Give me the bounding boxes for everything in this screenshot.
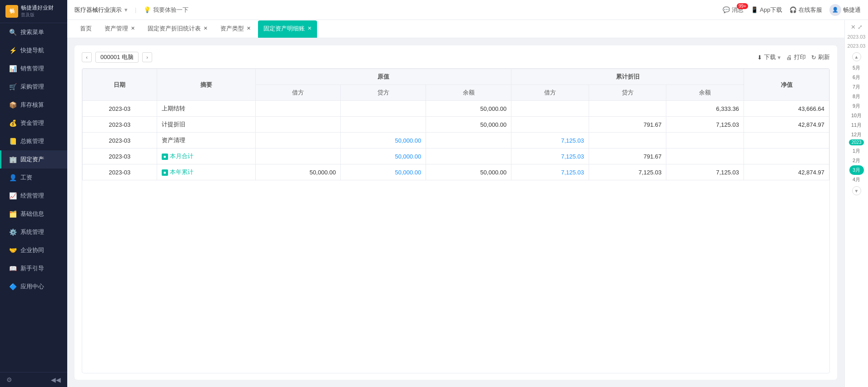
cell-dep-balance	[666, 133, 744, 149]
timeline-year-badge: 2023	[849, 139, 863, 145]
next-asset-btn[interactable]: ›	[142, 52, 152, 62]
print-btn[interactable]: 🖨 打印	[786, 53, 806, 61]
refresh-btn[interactable]: ↻ 刷新	[811, 53, 830, 61]
tab-home[interactable]: 首页	[74, 20, 97, 38]
cell-summary: 上期结转	[157, 101, 255, 117]
tab-asset-mgmt[interactable]: 资产管理 ✕	[99, 20, 140, 38]
cell-orig-credit: 50,000.00	[341, 164, 426, 180]
timeline-month-12月[interactable]: 12月	[845, 130, 868, 139]
enterprise-icon: 🤝	[9, 247, 17, 254]
tab-asset-type[interactable]: 资产类型 ✕	[215, 20, 256, 38]
sidebar-item-capital[interactable]: 💰 资金管理	[0, 114, 67, 132]
sidebar-item-operations[interactable]: 📈 经营管理	[0, 187, 67, 205]
cell-dep-balance: 6,333.36	[666, 101, 744, 117]
cell-orig-balance: 50,000.00	[426, 164, 511, 180]
sidebar-item-inventory[interactable]: 📦 库存核算	[0, 96, 67, 114]
tab-close-icon[interactable]: ✕	[247, 25, 251, 31]
print-label: 打印	[794, 53, 806, 61]
settings-icon[interactable]: ⚙	[6, 376, 12, 383]
sidebar-item-label: 库存核算	[20, 101, 44, 109]
sidebar-item-ledger[interactable]: 📒 总账管理	[0, 132, 67, 150]
cell-net-value	[744, 149, 829, 164]
timeline-expand-btn-bottom[interactable]: ▼	[852, 186, 861, 195]
cell-orig-credit	[341, 117, 426, 133]
refresh-icon: ↻	[811, 54, 816, 61]
download-btn[interactable]: ⬇ 下载 ▾	[757, 53, 781, 61]
sidebar-item-label: 搜索菜单	[20, 28, 44, 36]
sidebar-item-tutorial[interactable]: 📖 新手引导	[0, 259, 67, 278]
capital-icon: 💰	[9, 119, 17, 127]
timeline-month-1[interactable]: 1月	[845, 146, 868, 156]
company-selector[interactable]: 医疗器械行业演示 ▾	[74, 6, 128, 14]
sidebar-item-payroll[interactable]: 👤 工资	[0, 169, 67, 187]
cell-dep-balance	[666, 149, 744, 164]
app-download-btn[interactable]: 📱 App下载	[751, 6, 782, 14]
timeline-month-2[interactable]: 2月	[845, 156, 868, 165]
tab-label: 资产管理	[104, 25, 128, 33]
collapse-icon[interactable]: ◀◀	[51, 376, 61, 383]
sidebar-item-label: 资金管理	[20, 119, 44, 127]
sidebar-item-system[interactable]: ⚙️ 系统管理	[0, 223, 67, 241]
user-btn[interactable]: 👤 畅捷通	[829, 4, 861, 16]
sidebar-item-app-center[interactable]: 🔷 应用中心	[0, 278, 67, 296]
sidebar-item-sales[interactable]: 📊 销售管理	[0, 60, 67, 78]
timeline-month-9月[interactable]: 9月	[845, 101, 868, 111]
asset-detail-table: 日期 摘要 原值 累计折旧 净值 借方 贷方 余额 借方 贷方 余额	[82, 69, 829, 180]
tab-close-icon[interactable]: ✕	[203, 25, 208, 31]
sidebar-item-label: 企业协同	[20, 246, 44, 254]
sidebar-item-label: 总账管理	[20, 137, 44, 145]
tab-close-icon[interactable]: ✕	[131, 25, 135, 31]
table-wrapper: 日期 摘要 原值 累计折旧 净值 借方 贷方 余额 借方 贷方 余额	[82, 68, 830, 373]
timeline-month-5月[interactable]: 5月	[845, 63, 868, 73]
cell-net-value: 42,874.97	[744, 117, 829, 133]
customer-service-btn[interactable]: 🎧 在线客服	[789, 6, 822, 14]
logo-text: 畅捷通好业财	[21, 5, 54, 12]
tab-close-icon[interactable]: ✕	[308, 25, 312, 31]
company-name: 医疗器械行业演示	[74, 6, 122, 14]
cell-net-value: 43,666.64	[744, 101, 829, 117]
sidebar-item-enterprise[interactable]: 🤝 企业协同	[0, 241, 67, 259]
timeline-month-3[interactable]: 3月	[849, 165, 864, 175]
tab-depreciation-table[interactable]: 固定资产折旧统计表 ✕	[142, 20, 213, 38]
sidebar-item-label: 应用中心	[20, 283, 44, 291]
sidebar-item-label: 新手引导	[20, 264, 44, 273]
cell-net-value	[744, 133, 829, 149]
experience-btn[interactable]: 💡 我要体验一下	[144, 6, 188, 14]
logo-edition: 普及版	[21, 12, 54, 18]
col-accumulated-dep-header: 累计折旧	[511, 69, 744, 85]
sidebar-item-quick-nav[interactable]: ⚡ 快捷导航	[0, 41, 67, 60]
timeline-month-10月[interactable]: 10月	[845, 111, 868, 120]
payroll-icon: 👤	[9, 174, 17, 181]
company-dropdown-icon: ▾	[124, 6, 128, 13]
cell-orig-debit: 50,000.00	[255, 164, 341, 180]
cell-dep-credit	[589, 101, 666, 117]
timeline-month-7月[interactable]: 7月	[845, 82, 868, 92]
purchase-icon: 🛒	[9, 83, 17, 90]
prev-asset-btn[interactable]: ‹	[82, 52, 92, 62]
timeline-expand-btn[interactable]: ▲	[852, 52, 861, 61]
tab-asset-detail[interactable]: 固定资产明细账 ✕	[258, 20, 317, 38]
sidebar-item-purchase[interactable]: 🛒 采购管理	[0, 78, 67, 96]
col-dep-balance-header: 余额	[666, 85, 744, 101]
close-panel-btn[interactable]: ✕	[851, 24, 856, 30]
timeline-month-8月[interactable]: 8月	[845, 92, 868, 101]
col-dep-credit-header: 贷方	[589, 85, 666, 101]
sidebar: 畅 畅捷通好业财 普及版 🔍 搜索菜单 ⚡ 快捷导航 📊 销售管理 🛒 采购管理…	[0, 0, 67, 387]
experience-label: 我要体验一下	[153, 6, 188, 14]
timeline-month-4[interactable]: 4月	[845, 175, 868, 184]
sidebar-item-search[interactable]: 🔍 搜索菜单	[0, 23, 67, 41]
asset-nav: ‹ 000001 电脑 › ⬇ 下载 ▾ 🖨 打印	[82, 52, 830, 63]
sidebar-item-basic-info[interactable]: 🗂️ 基础信息	[0, 205, 67, 223]
expand-panel-btn[interactable]: ⤢	[858, 24, 863, 30]
sales-icon: 📊	[9, 65, 17, 72]
timeline-month-11月[interactable]: 11月	[845, 120, 868, 130]
user-label: 畅捷通	[843, 6, 861, 14]
timeline-year-2: 2023.03	[845, 41, 868, 50]
timeline-month-6月[interactable]: 6月	[845, 73, 868, 82]
cell-dep-balance: 7,125.03	[666, 164, 744, 180]
sidebar-item-fixed-assets[interactable]: 🏢 固定资产	[0, 150, 67, 169]
app-download-icon: 📱	[751, 6, 758, 13]
asset-code: 000001	[100, 54, 120, 60]
message-btn[interactable]: 💬 消息 99+	[723, 6, 744, 14]
cell-dep-credit: 791.67	[589, 117, 666, 133]
